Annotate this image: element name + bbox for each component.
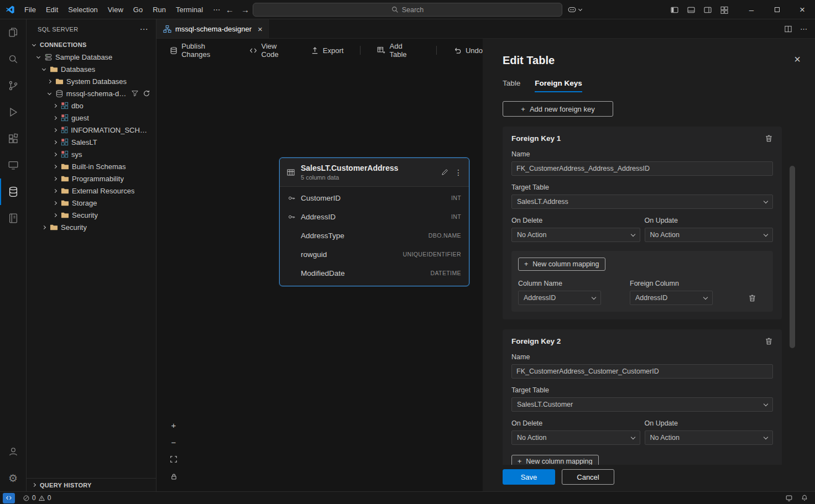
fit-view-icon[interactable] xyxy=(169,454,179,464)
tree-item-security-outer[interactable]: Security xyxy=(27,221,156,233)
column-row-rowguid[interactable]: rowguid UNIQUEIDENTIFIER xyxy=(280,245,469,264)
save-button[interactable]: Save xyxy=(503,469,555,485)
broadcast-icon[interactable] xyxy=(785,494,793,502)
remote-indicator[interactable] xyxy=(3,493,15,503)
on-update-select[interactable]: No Action xyxy=(645,431,774,445)
problems-indicator[interactable]: 0 0 xyxy=(20,494,53,502)
add-table-button[interactable]: Add Table xyxy=(377,42,420,59)
edit-pencil-icon[interactable] xyxy=(441,168,449,176)
search-view-icon[interactable] xyxy=(0,46,27,72)
new-column-mapping-button[interactable]: + New column mapping xyxy=(511,455,599,465)
delete-foreign-key-icon[interactable] xyxy=(765,337,773,345)
target-table-select[interactable]: SalesLT.Address xyxy=(511,195,773,209)
menu-go[interactable]: Go xyxy=(128,0,148,19)
menu-edit[interactable]: Edit xyxy=(41,0,63,19)
toggle-panel-icon[interactable] xyxy=(687,6,696,14)
menu-file[interactable]: File xyxy=(19,0,41,19)
table-node-customeraddress[interactable]: SalesLT.CustomerAddress 5 column data ⋮ … xyxy=(279,158,469,286)
on-delete-select[interactable]: No Action xyxy=(511,228,640,242)
panel-tabs: Table Foreign Keys xyxy=(503,79,782,92)
foreign-column-select[interactable]: AddressID xyxy=(630,291,713,305)
column-row-customerid[interactable]: CustomerID INT xyxy=(280,188,469,207)
explorer-icon[interactable] xyxy=(0,19,27,46)
tree-item-mssql-schema-designer-db[interactable]: mssql-schema-de... xyxy=(27,87,156,99)
run-debug-icon[interactable] xyxy=(0,99,27,125)
search-placeholder: Search xyxy=(402,6,424,14)
toggle-secondary-sidebar-icon[interactable] xyxy=(703,6,712,14)
tree-item-security[interactable]: Security xyxy=(27,209,156,221)
tree-item-built-in-schemas[interactable]: Built-in Schemas xyxy=(27,160,156,172)
tree-item-dbo[interactable]: dbo xyxy=(27,99,156,112)
undo-button[interactable]: Undo xyxy=(453,46,483,55)
foreign-keys-list: Foreign Key 1 Name Target Table SalesLT.… xyxy=(503,127,782,465)
tree-item-storage[interactable]: Storage xyxy=(27,197,156,209)
query-history-section[interactable]: QUERY HISTORY xyxy=(27,478,156,491)
scrollbar-thumb[interactable] xyxy=(790,166,795,348)
tree-item-sample-database[interactable]: Sample Database xyxy=(27,51,156,63)
customize-layout-icon[interactable] xyxy=(720,6,729,14)
tree-item-sys[interactable]: sys xyxy=(27,148,156,160)
tree-item-system-databases[interactable]: System Databases xyxy=(27,75,156,87)
tree-item-information-schema[interactable]: INFORMATION_SCHEMA xyxy=(27,124,156,136)
settings-gear-icon[interactable]: ⚙ xyxy=(0,465,27,491)
source-control-icon[interactable] xyxy=(0,72,27,99)
sidebar-more-actions-icon[interactable]: ⋯ xyxy=(140,24,148,34)
extensions-icon[interactable] xyxy=(0,125,27,152)
add-foreign-key-button[interactable]: + Add new foreign key xyxy=(503,101,613,117)
menu-terminal[interactable]: Terminal xyxy=(171,0,208,19)
new-column-mapping-button[interactable]: + New column mapping xyxy=(518,258,605,271)
tree-item-guest[interactable]: guest xyxy=(27,112,156,124)
copilot-icon[interactable] xyxy=(567,0,582,19)
minimize-button[interactable]: – xyxy=(739,0,764,19)
lock-icon[interactable] xyxy=(169,471,179,481)
tree-item-saleslt[interactable]: SalesLT xyxy=(27,136,156,148)
cancel-button[interactable]: Cancel xyxy=(562,469,614,485)
fk-name-input[interactable] xyxy=(511,161,773,176)
fk-name-input[interactable] xyxy=(511,364,773,379)
on-delete-select[interactable]: No Action xyxy=(511,431,640,445)
tree-item-databases[interactable]: Databases xyxy=(27,63,156,75)
editor-more-actions-icon[interactable]: ⋯ xyxy=(800,25,807,33)
column-name-select[interactable]: AddressID xyxy=(518,291,601,305)
view-code-button[interactable]: View Code xyxy=(249,42,294,59)
publish-changes-button[interactable]: Publish Changes xyxy=(170,42,233,59)
notebooks-icon[interactable] xyxy=(0,205,27,232)
zoom-out-icon[interactable]: − xyxy=(169,437,179,447)
delete-mapping-icon[interactable] xyxy=(748,294,756,305)
filter-icon[interactable] xyxy=(131,90,139,97)
remote-explorer-icon[interactable] xyxy=(0,152,27,179)
split-editor-icon[interactable] xyxy=(784,25,792,33)
connections-section-header[interactable]: CONNECTIONS xyxy=(27,39,156,51)
maximize-button[interactable] xyxy=(764,0,790,19)
bell-icon[interactable] xyxy=(801,494,808,502)
account-icon[interactable] xyxy=(0,438,27,465)
table-kebab-menu-icon[interactable]: ⋮ xyxy=(454,168,462,177)
menu-selection[interactable]: Selection xyxy=(63,0,102,19)
close-tab-icon[interactable]: × xyxy=(258,24,263,34)
toggle-primary-sidebar-icon[interactable] xyxy=(670,6,679,14)
close-panel-icon[interactable]: × xyxy=(794,53,801,66)
column-row-addresstype[interactable]: AddressType DBO.NAME xyxy=(280,226,469,245)
on-update-select[interactable]: No Action xyxy=(645,228,774,242)
export-button[interactable]: Export xyxy=(311,46,344,55)
refresh-icon[interactable] xyxy=(143,90,150,97)
column-row-addressid[interactable]: AddressID INT xyxy=(280,207,469,226)
nav-back-icon[interactable]: ← xyxy=(222,0,237,19)
delete-foreign-key-icon[interactable] xyxy=(765,134,773,143)
nav-forward-icon[interactable]: → xyxy=(238,0,253,19)
target-table-select[interactable]: SalesLT.Customer xyxy=(511,397,773,412)
sql-server-icon[interactable] xyxy=(0,179,27,205)
tree-item-programmability[interactable]: Programmability xyxy=(27,172,156,185)
column-row-modifieddate[interactable]: ModifiedDate DATETIME xyxy=(280,264,469,282)
tab-mssql-schema-designer[interactable]: mssql-schema-designer × xyxy=(156,19,269,38)
tab-table[interactable]: Table xyxy=(503,79,520,92)
menu-view[interactable]: View xyxy=(103,0,128,19)
zoom-in-icon[interactable]: + xyxy=(169,420,179,430)
panel-scrollbar[interactable] xyxy=(790,129,795,453)
tab-foreign-keys[interactable]: Foreign Keys xyxy=(535,79,582,92)
designer-canvas[interactable]: Publish Changes View Code Export Add Tab… xyxy=(156,39,483,491)
tree-item-external-resources[interactable]: External Resources xyxy=(27,185,156,197)
close-window-button[interactable]: × xyxy=(790,0,815,19)
menu-run[interactable]: Run xyxy=(148,0,171,19)
command-center-search[interactable]: Search xyxy=(253,3,562,17)
